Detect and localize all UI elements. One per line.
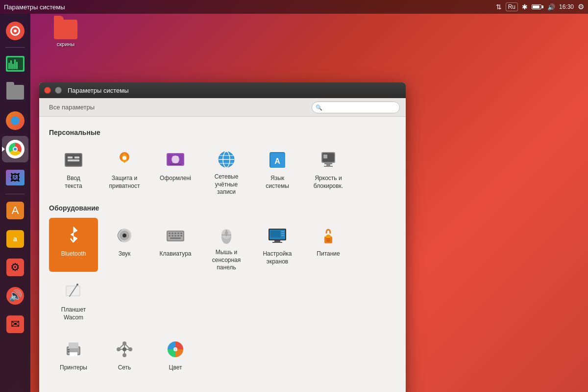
printers-label: Принтеры <box>60 364 87 372</box>
svg-rect-36 <box>180 233 182 234</box>
settings-item-privacy[interactable]: Защита иприватност <box>100 142 149 196</box>
settings-item-wacom[interactable]: ПланшетWacom <box>49 274 98 328</box>
settings-item-printers[interactable]: Принтеры <box>49 332 98 386</box>
text-input-label: Вводтекста <box>65 175 82 190</box>
window-content: Персональные Вводтекста <box>39 117 406 392</box>
displays-icon <box>266 224 289 247</box>
network-icon: ⇅ <box>496 3 502 11</box>
svg-rect-33 <box>172 233 173 234</box>
sidebar-item-monitor[interactable] <box>2 51 28 77</box>
window-title: Параметры системы <box>68 87 129 94</box>
svg-rect-25 <box>323 155 327 158</box>
window-close-button[interactable] <box>44 87 51 94</box>
svg-rect-37 <box>169 235 171 236</box>
svg-rect-39 <box>174 235 176 236</box>
keyboard-icon <box>164 224 187 247</box>
svg-point-63 <box>76 284 78 286</box>
svg-rect-52 <box>270 231 280 237</box>
settings-item-network[interactable]: Сеть <box>100 332 149 386</box>
lang-indicator[interactable]: Ru <box>506 2 518 11</box>
svg-rect-68 <box>68 349 70 350</box>
privacy-icon <box>113 148 136 172</box>
sidebar-item-mail[interactable]: ✉ <box>2 311 28 338</box>
system-menu-icon[interactable]: ⚙ <box>578 2 584 11</box>
brightness-label: Яркость иблокировк. <box>314 175 343 190</box>
settings-item-color[interactable]: Цвет <box>151 332 200 386</box>
sidebar-item-photos[interactable]: 🖼 <box>2 164 28 191</box>
brightness-icon <box>317 148 340 172</box>
svg-text:A: A <box>274 157 280 165</box>
desktop-file-label: скрины <box>57 41 75 47</box>
battery-icon <box>532 4 543 9</box>
svg-rect-69 <box>68 351 70 352</box>
sidebar-item-appstore[interactable]: A <box>2 197 28 224</box>
bluetooth-label: Bluetooth <box>61 250 86 258</box>
window-minimize-button[interactable] <box>55 87 62 94</box>
settings-item-sound[interactable]: Звук <box>100 218 149 272</box>
appearance-label: Оформлені <box>160 175 191 183</box>
settings-item-text-input[interactable]: Вводтекста <box>49 142 98 196</box>
bluetooth-topbar-icon: ✱ <box>522 3 528 11</box>
svg-point-47 <box>225 231 228 235</box>
svg-point-70 <box>122 347 126 351</box>
network-label: Сеть <box>118 364 131 372</box>
sidebar-item-files[interactable] <box>2 79 28 105</box>
network-accounts-icon <box>215 148 238 170</box>
clock: 16:30 <box>559 3 574 10</box>
svg-rect-11 <box>172 156 178 163</box>
window-toolbar: Все параметры 🔍 <box>39 98 406 117</box>
settings-item-brightness[interactable]: Яркость иблокировк. <box>304 142 353 196</box>
desktop: Параметры системы ⇅ Ru ✱ 🔊 16:30 ⚙ <box>0 0 588 392</box>
settings-item-keyboard[interactable]: Клавиатура <box>151 218 200 272</box>
svg-rect-2 <box>68 157 73 158</box>
sidebar-item-settings[interactable]: ⚙ <box>2 254 28 281</box>
settings-item-appearance[interactable]: Оформлені <box>151 142 200 196</box>
section-personal-title: Персональные <box>49 129 396 136</box>
window-titlebar: Параметры системы <box>39 82 406 98</box>
search-input[interactable] <box>312 102 400 113</box>
settings-item-displays[interactable]: Настройкаэкранов <box>253 218 302 272</box>
settings-item-bluetooth[interactable]: Bluetooth <box>49 218 98 272</box>
power-label: Питание <box>317 250 340 258</box>
svg-rect-9 <box>170 164 181 165</box>
settings-item-power[interactable]: Питание <box>304 218 353 272</box>
breadcrumb-all-settings[interactable]: Все параметры <box>45 102 98 113</box>
settings-item-network-accounts[interactable]: Сетевыеучётныезаписи <box>202 142 251 196</box>
topbar-right: ⇅ Ru ✱ 🔊 16:30 ⚙ <box>496 2 584 11</box>
svg-point-80 <box>174 348 177 351</box>
sound-icon <box>113 224 136 247</box>
desktop-file-screenshots[interactable]: скрины <box>54 20 77 47</box>
section-hardware-title: Оборудование <box>49 204 396 212</box>
language-icon: A <box>266 148 289 172</box>
svg-rect-40 <box>177 235 179 236</box>
sidebar-item-amazon[interactable]: a <box>2 226 28 252</box>
folder-icon <box>54 20 77 39</box>
mouse-icon <box>215 224 238 246</box>
svg-rect-35 <box>177 233 179 234</box>
svg-point-29 <box>122 234 126 237</box>
language-label: Языксистемы <box>266 175 289 190</box>
svg-rect-22 <box>324 163 332 164</box>
color-icon <box>164 338 187 361</box>
svg-rect-50 <box>274 240 280 242</box>
svg-point-6 <box>122 156 126 160</box>
sidebar-divider-2 <box>5 194 25 194</box>
svg-point-74 <box>122 353 126 357</box>
topbar-left: Параметры системы <box>4 3 65 11</box>
keyboard-label: Клавиатура <box>160 250 192 258</box>
text-input-icon <box>62 148 85 172</box>
sidebar-item-sound[interactable]: 🔊 <box>2 283 28 309</box>
hardware-grid: Bluetooth Звук <box>49 218 396 328</box>
svg-rect-51 <box>272 242 282 243</box>
svg-point-73 <box>122 341 126 345</box>
settings-item-language[interactable]: A Языксистемы <box>253 142 302 196</box>
sidebar-item-chrome[interactable] <box>2 136 28 162</box>
appearance-icon <box>164 148 187 172</box>
sidebar-item-firefox[interactable] <box>2 107 28 134</box>
volume-icon: 🔊 <box>547 3 555 11</box>
svg-rect-58 <box>326 238 330 239</box>
settings-item-mouse[interactable]: Мышь исенсорнаяпанель <box>202 218 251 272</box>
svg-line-26 <box>71 238 74 242</box>
sidebar-item-ubuntu[interactable] <box>2 18 28 44</box>
svg-rect-34 <box>174 233 176 234</box>
